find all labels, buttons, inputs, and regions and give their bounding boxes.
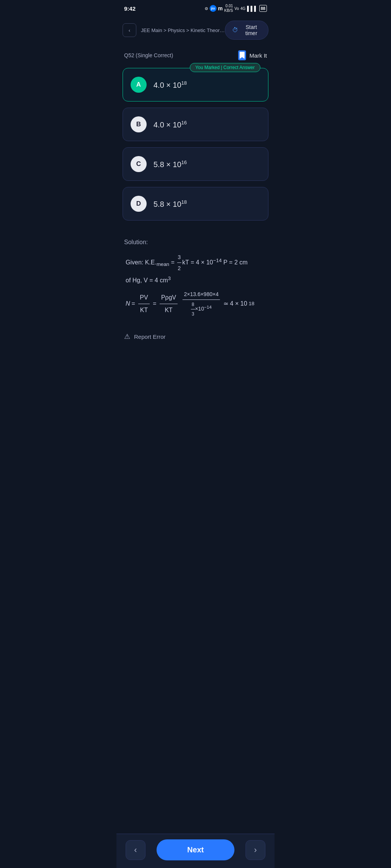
- option-d-letter: D: [131, 196, 147, 212]
- option-c[interactable]: C 5.8 × 1016: [123, 147, 268, 181]
- nav-left: ‹ JEE Main > Physics > Kinetic Theory of: [123, 23, 225, 37]
- prev-arrow-icon: ‹: [134, 845, 137, 855]
- volte-icon: Vo: [234, 6, 239, 11]
- solution-line-1: Given: K.E.mean = 32kT = 4 × 10−14 P = 2…: [126, 259, 247, 266]
- solution-math: Given: K.E.mean = 32kT = 4 × 10−14 P = 2…: [124, 252, 267, 319]
- mark-it-label: Mark It: [249, 52, 267, 59]
- 4g-icon: 4G: [241, 6, 246, 11]
- timer-icon: ⏱: [232, 27, 238, 34]
- bookmark-icon: [238, 50, 246, 60]
- options-container: You Marked | Correct Answer A 4.0 × 1018…: [116, 63, 275, 231]
- warning-icon: ⚠: [124, 332, 130, 341]
- option-c-letter: C: [131, 156, 147, 172]
- back-arrow-icon: ‹: [129, 27, 130, 33]
- solution-section: Solution: Given: K.E.mean = 32kT = 4 × 1…: [116, 231, 275, 325]
- next-button[interactable]: Next: [157, 839, 234, 860]
- start-timer-button[interactable]: ⏱ Start timer: [225, 21, 268, 40]
- forward-button[interactable]: ›: [246, 840, 265, 860]
- report-error[interactable]: ⚠ Report Error: [116, 325, 275, 348]
- solution-title: Solution:: [124, 239, 267, 246]
- battery-icon: 88: [259, 5, 267, 12]
- solution-line-3: N = PV KT = PρgV KT 2×13.6×980×4 83×10−1…: [126, 289, 265, 319]
- question-label: Q52 (Single Correct): [124, 52, 173, 58]
- option-c-text: 5.8 × 1016: [153, 159, 187, 169]
- breadcrumb: JEE Main > Physics > Kinetic Theory of: [141, 27, 225, 33]
- m-icon: m: [218, 5, 223, 11]
- top-nav: ‹ JEE Main > Physics > Kinetic Theory of…: [116, 16, 275, 44]
- timer-label: Start timer: [241, 24, 261, 36]
- option-b-letter: B: [131, 116, 147, 132]
- solution-line-2: of Hg, V = 4 cm3: [126, 277, 171, 283]
- forward-arrow-icon: ›: [254, 845, 257, 855]
- network-speed: 0.01 KB/S: [224, 4, 233, 13]
- option-d[interactable]: D 5.8 × 1018: [123, 187, 268, 221]
- signal-bars: ▌▌▌: [247, 6, 258, 11]
- report-error-label: Report Error: [134, 333, 166, 340]
- question-header: Q52 (Single Correct) Mark It: [116, 44, 275, 63]
- option-a-letter: A: [131, 77, 147, 93]
- option-b-text: 4.0 × 1016: [153, 120, 187, 129]
- bottom-nav: ‹ Next ›: [116, 834, 275, 868]
- option-a-text: 4.0 × 1018: [153, 80, 187, 90]
- status-bar: 9:42 ⊜ jio m 0.01 KB/S Vo 4G ▌▌▌ 88: [116, 0, 275, 16]
- status-icons: ⊜ jio m 0.01 KB/S Vo 4G ▌▌▌ 88: [205, 4, 267, 13]
- network-icon: ⊜: [205, 6, 208, 11]
- prev-button[interactable]: ‹: [126, 840, 145, 860]
- option-a[interactable]: You Marked | Correct Answer A 4.0 × 1018: [123, 68, 268, 101]
- back-button[interactable]: ‹: [123, 23, 136, 37]
- status-time: 9:42: [124, 5, 136, 12]
- option-b[interactable]: B 4.0 × 1016: [123, 108, 268, 141]
- jio-icon: jio: [210, 5, 217, 12]
- correct-badge: You Marked | Correct Answer: [190, 63, 260, 72]
- option-d-text: 5.8 × 1018: [153, 199, 187, 209]
- mark-it-button[interactable]: Mark It: [238, 50, 267, 60]
